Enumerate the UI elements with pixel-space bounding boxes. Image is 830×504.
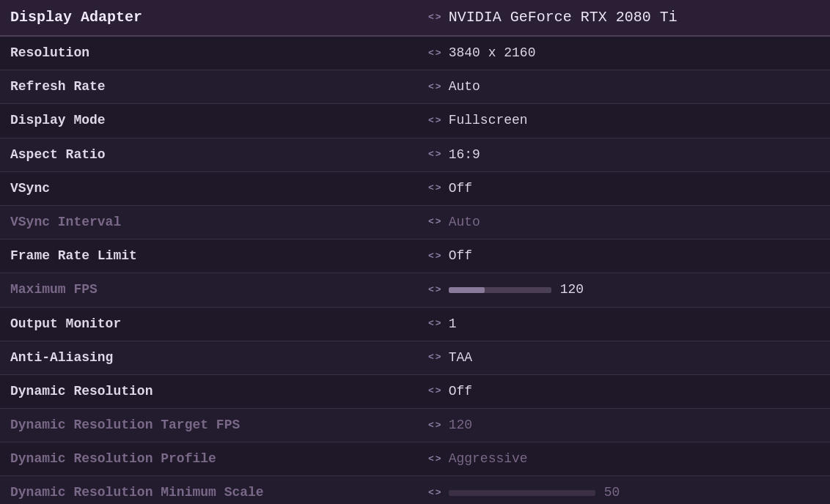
label-resolution: Resolution [0, 36, 418, 70]
arrow-right-icon-dynamic-resolution[interactable]: > [436, 385, 441, 398]
display-adapter-label: Display Adapter [0, 0, 418, 36]
label-vsync: VSync [0, 171, 418, 205]
arrow-right-icon-display-mode[interactable]: > [436, 114, 441, 127]
setting-row-display-mode: Display Mode < > Fullscreen [0, 104, 830, 138]
value-cell-frame-rate-limit[interactable]: < > Off [418, 240, 830, 273]
label-anti-aliasing: Anti-Aliasing [0, 341, 418, 374]
label-aspect-ratio: Aspect Ratio [0, 138, 418, 171]
arrow-left-icon-output-monitor[interactable]: < [428, 317, 434, 330]
slider-fill-maximum-fps [449, 287, 485, 293]
value-cell-resolution[interactable]: < > 3840 x 2160 [418, 36, 830, 70]
setting-row-vsync: VSync < > Off [0, 171, 830, 205]
label-dynamic-resolution: Dynamic Resolution [0, 374, 418, 408]
slider-dynamic-resolution-minimum-scale[interactable]: 50 [449, 483, 820, 502]
value-cell-dynamic-resolution-target-fps[interactable]: < > 120 [418, 409, 830, 442]
arrows-icon[interactable]: < > [428, 11, 441, 24]
label-dynamic-resolution-target-fps: Dynamic Resolution Target FPS [0, 409, 418, 442]
value-cell-dynamic-resolution-minimum-scale[interactable]: < > 50 [418, 476, 830, 504]
value-dynamic-resolution-profile: Aggressive [449, 450, 528, 468]
arrow-right-icon[interactable]: > [436, 11, 441, 24]
value-cell-vsync-interval[interactable]: < > Auto [418, 205, 830, 239]
value-cell-output-monitor[interactable]: < > 1 [418, 307, 830, 341]
arrow-right-icon-dynamic-resolution-minimum-scale[interactable]: > [436, 486, 441, 500]
value-refresh-rate: Auto [449, 78, 480, 96]
arrow-left-icon-dynamic-resolution-minimum-scale[interactable]: < [428, 486, 434, 500]
arrow-right-icon-output-monitor[interactable]: > [436, 317, 441, 330]
arrow-left-icon-refresh-rate[interactable]: < [428, 81, 434, 94]
slider-value-dynamic-resolution-minimum-scale: 50 [604, 483, 633, 502]
display-adapter-row: Display Adapter < > NVIDIA GeForce RTX 2… [0, 0, 830, 36]
arrow-left-icon-dynamic-resolution[interactable]: < [428, 385, 434, 398]
arrow-right-icon-resolution[interactable]: > [436, 47, 441, 60]
arrows-icon-dynamic-resolution-target-fps[interactable]: < > [428, 419, 441, 432]
value-vsync: Off [449, 179, 472, 198]
arrow-left-icon-aspect-ratio[interactable]: < [428, 148, 434, 161]
arrows-icon-output-monitor[interactable]: < > [428, 317, 441, 330]
value-dynamic-resolution: Off [449, 382, 472, 401]
arrow-right-icon-vsync-interval[interactable]: > [436, 215, 441, 229]
slider-value-maximum-fps: 120 [560, 281, 590, 299]
arrow-right-icon-dynamic-resolution-target-fps[interactable]: > [436, 419, 441, 432]
slider-track-maximum-fps [449, 287, 551, 293]
setting-row-maximum-fps: Maximum FPS < > 120 [0, 273, 830, 307]
arrow-left-icon-anti-aliasing[interactable]: < [428, 351, 434, 364]
arrow-right-icon-vsync[interactable]: > [436, 182, 441, 195]
setting-row-dynamic-resolution-profile: Dynamic Resolution Profile < > Aggressiv… [0, 442, 830, 476]
setting-row-dynamic-resolution: Dynamic Resolution < > Off [0, 374, 830, 408]
arrows-icon-vsync[interactable]: < > [428, 182, 441, 195]
value-cell-dynamic-resolution-profile[interactable]: < > Aggressive [418, 442, 830, 476]
slider-track-dynamic-resolution-minimum-scale [449, 490, 595, 496]
setting-row-frame-rate-limit: Frame Rate Limit < > Off [0, 240, 830, 273]
arrow-right-icon-anti-aliasing[interactable]: > [436, 351, 441, 364]
arrow-right-icon-maximum-fps[interactable]: > [436, 284, 441, 297]
value-vsync-interval: Auto [449, 213, 480, 231]
label-output-monitor: Output Monitor [0, 307, 418, 341]
setting-row-dynamic-resolution-target-fps: Dynamic Resolution Target FPS < > 120 [0, 409, 830, 442]
value-cell-refresh-rate[interactable]: < > Auto [418, 70, 830, 104]
arrow-left-icon-display-mode[interactable]: < [428, 114, 434, 127]
label-display-mode: Display Mode [0, 104, 418, 138]
value-cell-anti-aliasing[interactable]: < > TAA [418, 341, 830, 374]
arrows-icon-maximum-fps[interactable]: < > [428, 284, 441, 297]
value-cell-display-mode[interactable]: < > Fullscreen [418, 104, 830, 138]
arrow-right-icon-aspect-ratio[interactable]: > [436, 148, 441, 161]
arrows-icon-dynamic-resolution-minimum-scale[interactable]: < > [428, 486, 441, 500]
arrows-icon-frame-rate-limit[interactable]: < > [428, 250, 441, 263]
setting-row-refresh-rate: Refresh Rate < > Auto [0, 70, 830, 104]
arrows-icon-anti-aliasing[interactable]: < > [428, 351, 441, 364]
value-display-mode: Fullscreen [449, 111, 528, 130]
display-adapter-value-cell[interactable]: < > NVIDIA GeForce RTX 2080 Ti [418, 0, 830, 36]
arrow-left-icon-dynamic-resolution-target-fps[interactable]: < [428, 419, 434, 432]
arrow-right-icon-dynamic-resolution-profile[interactable]: > [436, 453, 441, 466]
arrows-icon-refresh-rate[interactable]: < > [428, 81, 441, 94]
setting-row-aspect-ratio: Aspect Ratio < > 16:9 [0, 138, 830, 171]
arrow-right-icon-frame-rate-limit[interactable]: > [436, 250, 441, 263]
slider-maximum-fps[interactable]: 120 [449, 281, 820, 299]
setting-row-resolution: Resolution < > 3840 x 2160 [0, 36, 830, 70]
value-cell-vsync[interactable]: < > Off [418, 171, 830, 205]
arrow-left-icon-resolution[interactable]: < [428, 47, 434, 60]
value-frame-rate-limit: Off [449, 247, 472, 265]
value-cell-maximum-fps[interactable]: < > 120 [418, 273, 830, 307]
label-maximum-fps: Maximum FPS [0, 273, 418, 307]
setting-row-output-monitor: Output Monitor < > 1 [0, 307, 830, 341]
value-cell-aspect-ratio[interactable]: < > 16:9 [418, 138, 830, 171]
arrow-left-icon-vsync-interval[interactable]: < [428, 215, 434, 229]
arrow-right-icon-refresh-rate[interactable]: > [436, 81, 441, 94]
arrows-icon-dynamic-resolution-profile[interactable]: < > [428, 453, 441, 466]
value-cell-dynamic-resolution[interactable]: < > Off [418, 374, 830, 408]
arrows-icon-vsync-interval[interactable]: < > [428, 215, 441, 229]
value-anti-aliasing: TAA [449, 349, 472, 367]
label-dynamic-resolution-minimum-scale: Dynamic Resolution Minimum Scale [0, 476, 418, 504]
arrow-left-icon[interactable]: < [428, 11, 434, 24]
arrow-left-icon-dynamic-resolution-profile[interactable]: < [428, 453, 434, 466]
display-adapter-value: NVIDIA GeForce RTX 2080 Ti [449, 7, 677, 28]
settings-table: Display Adapter < > NVIDIA GeForce RTX 2… [0, 0, 830, 504]
arrow-left-icon-maximum-fps[interactable]: < [428, 284, 434, 297]
arrow-left-icon-vsync[interactable]: < [428, 182, 434, 195]
arrows-icon-dynamic-resolution[interactable]: < > [428, 385, 441, 398]
arrows-icon-resolution[interactable]: < > [428, 47, 441, 60]
arrows-icon-aspect-ratio[interactable]: < > [428, 148, 441, 161]
arrows-icon-display-mode[interactable]: < > [428, 114, 441, 127]
arrow-left-icon-frame-rate-limit[interactable]: < [428, 250, 434, 263]
